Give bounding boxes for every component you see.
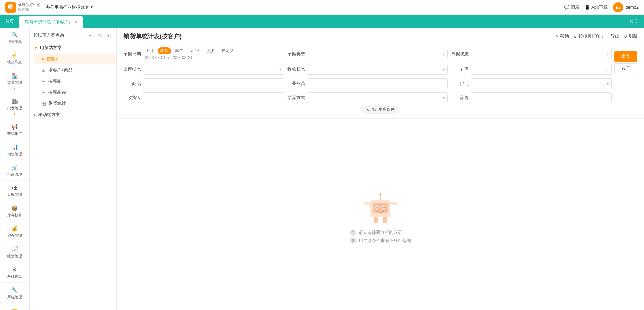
date-tab-this-month[interactable]: 本月 bbox=[158, 47, 171, 54]
date-tab-last-month[interactable]: 上月 bbox=[143, 47, 156, 54]
scheme-collapse-button[interactable]: ≪ bbox=[105, 32, 112, 39]
industry-select[interactable]: 办公用品行业模拟账套 ▾ bbox=[43, 3, 96, 12]
goods-dots[interactable]: ... bbox=[274, 81, 281, 87]
sidebar-quick-nav[interactable]: ⚡ 快捷导航 bbox=[0, 48, 29, 68]
collapse-button[interactable]: ∧ 收起更多条件 bbox=[361, 105, 400, 114]
out-status-label: 出库状态 bbox=[123, 66, 141, 72]
print-button[interactable]: 🖨 按模板打印 ▾ bbox=[573, 33, 603, 39]
sidebar-item-ecommerce[interactable]: 🛒 电商管理 bbox=[0, 160, 29, 181]
brand-select[interactable]: ... bbox=[471, 92, 612, 103]
message-button[interactable]: 💬 消息 bbox=[564, 4, 579, 10]
desktop-triangle-icon: ▼ bbox=[34, 45, 38, 50]
logo-text: 畅捷信好生意 bbox=[18, 2, 40, 7]
scheme-group-mobile-header[interactable]: ▶ 移动端方案 bbox=[30, 109, 116, 120]
tab-sales-stat[interactable]: 销货单统计表（按客户） × bbox=[19, 16, 83, 28]
sidebar-item-enterprise[interactable]: 🤝 企业协同 bbox=[0, 303, 29, 310]
empty-tip-2: 2 用过滤条件来缩小分析范围 bbox=[350, 238, 411, 244]
sidebar-item-wholesale[interactable]: 🏬 批发管理 ▴ bbox=[0, 94, 29, 119]
svg-rect-11 bbox=[383, 217, 387, 223]
consignee-dots[interactable]: ... bbox=[274, 95, 281, 101]
tab-close-icon[interactable]: × bbox=[75, 20, 77, 24]
date-tab-more[interactable]: 更多 bbox=[204, 47, 218, 54]
filter-consignee-cell: 收货人 ... bbox=[123, 92, 284, 103]
sidebar-search[interactable]: 🔍 搜索菜单 bbox=[0, 28, 29, 48]
top-bar: 畅 畅捷信好生意 标准版 办公用品行业模拟账套 ▾ 💬 消息 📱 App下载 E… bbox=[0, 0, 644, 15]
scheme-item-by-customer-goods[interactable]: ⊞ 按客户+商品 bbox=[34, 65, 115, 75]
date-tabs: 上月 本月 本年 近7天 更多 自定义 bbox=[143, 47, 284, 54]
brand-dots[interactable]: ... bbox=[602, 95, 609, 101]
content-area: 按以下方案查询 + ✎ ≪ ▼ 电脑端方案 bbox=[30, 28, 644, 310]
scheme-item-return-stats[interactable]: ▦ 退货统计 bbox=[34, 98, 115, 109]
marketing-label: 营销推广 bbox=[7, 131, 22, 136]
date-tab-this-year[interactable]: 本年 bbox=[172, 47, 186, 54]
scheme-item-by-goods[interactable]: ⊟ 按商品 bbox=[34, 76, 115, 87]
query-actions: 查询 设置 bbox=[612, 47, 637, 74]
scheme-edit-button[interactable]: ✎ bbox=[96, 32, 103, 39]
app-download-button[interactable]: 📱 App下载 bbox=[585, 4, 608, 10]
receive-status-select[interactable]: ▾ bbox=[307, 64, 448, 75]
enterprise-icon: 🤝 bbox=[11, 307, 18, 310]
consignee-select[interactable]: ... bbox=[143, 92, 284, 103]
empty-tips: 1 请先选择要分析的方案 2 用过滤条件来缩小分析范围 bbox=[350, 229, 411, 244]
warehouse-select[interactable]: ... bbox=[471, 64, 612, 75]
sidebar-item-sales[interactable]: 📊 销售管理 bbox=[0, 140, 29, 160]
window-maximize-icon[interactable]: ⛶ bbox=[636, 18, 641, 24]
scheme-header: 按以下方案查询 + ✎ ≪ bbox=[30, 28, 116, 42]
tip-num-2: 2 bbox=[350, 238, 356, 244]
help-button[interactable]: ? 帮助 bbox=[556, 33, 569, 39]
export-button[interactable]: ↑ 导出 bbox=[607, 33, 620, 39]
doc-type-select[interactable]: ▾ bbox=[307, 49, 448, 59]
sidebar-item-retail[interactable]: 🏪 零售管理 ▾ bbox=[0, 68, 29, 94]
scheme-item-label: 按商品 bbox=[48, 78, 61, 84]
settlement-label: 结算方式 bbox=[287, 95, 305, 101]
settlement-select[interactable]: ▾ bbox=[307, 92, 448, 103]
sidebar-item-inventory[interactable]: 📦 库存核算 bbox=[0, 201, 29, 221]
print-arrow-icon: ▾ bbox=[602, 35, 603, 38]
scheme-add-button[interactable]: + bbox=[86, 32, 94, 39]
sidebar-item-basics[interactable]: ⚙ 基础信息 bbox=[0, 262, 29, 283]
receive-status-label: 收款状态 bbox=[287, 66, 305, 72]
date-tab-last-7[interactable]: 近7天 bbox=[187, 47, 203, 54]
sidebar-item-marketing[interactable]: 📢 营销推广 bbox=[0, 119, 29, 140]
date-label: 单据日期 bbox=[123, 51, 141, 57]
by-customer-goods-icon: ⊞ bbox=[42, 67, 46, 73]
goods-select[interactable]: ... bbox=[143, 78, 284, 89]
doc-status-select[interactable]: ▾ bbox=[471, 49, 612, 59]
export-icon: ↑ bbox=[607, 34, 610, 39]
salesman-dots[interactable]: ... bbox=[438, 81, 445, 87]
tab-home[interactable]: 首页 bbox=[0, 15, 19, 28]
scheme-list-desktop: ● 按客户 ⊞ 按客户+商品 ⊟ 按商品 ⊟ 按商品99 bbox=[30, 54, 116, 109]
purchase-label: 采购管理 bbox=[7, 192, 22, 197]
sidebar-item-finance[interactable]: 💰 资金管理 bbox=[0, 221, 29, 242]
filter-goods-cell: 商品 ... bbox=[123, 78, 284, 89]
sidebar-search-label: 搜索菜单 bbox=[7, 39, 22, 44]
window-close-icon[interactable]: ✕ bbox=[629, 18, 633, 25]
warehouse-dots[interactable]: ... bbox=[602, 66, 609, 72]
salesman-select[interactable]: ... bbox=[307, 78, 448, 89]
scheme-item-by-goods99[interactable]: ⊟ 按商品99 bbox=[34, 87, 115, 98]
header-actions: ? 帮助 🖨 按模板打印 ▾ ↑ 导出 ↺ 刷新 bbox=[556, 33, 637, 39]
scheme-item-by-customer[interactable]: ● 按客户 bbox=[34, 54, 115, 64]
collapse-row: ∧ 收起更多条件 bbox=[123, 103, 637, 114]
user-area[interactable]: Ea demo2 bbox=[613, 2, 639, 12]
scheme-header-actions: + ✎ ≪ bbox=[86, 32, 112, 39]
scheme-group-desktop-header[interactable]: ▼ 电脑端方案 bbox=[30, 42, 116, 53]
by-goods-icon: ⊟ bbox=[42, 79, 46, 84]
department-select[interactable]: ▾ bbox=[471, 78, 612, 89]
tab-maximize-area: ✕ ⛶ bbox=[629, 18, 641, 25]
sidebar-item-system[interactable]: 🔧 系统管理 bbox=[0, 283, 29, 303]
query-button[interactable]: 查询 bbox=[614, 51, 637, 62]
sidebar-item-operations[interactable]: 📈 经营管理 bbox=[0, 242, 29, 262]
settings-button[interactable]: 设置 bbox=[614, 63, 637, 74]
sidebar-item-purchase[interactable]: 🛍 采购管理 bbox=[0, 181, 29, 201]
scheme-item-label: 按客户 bbox=[47, 56, 60, 62]
date-tab-custom[interactable]: 自定义 bbox=[219, 47, 236, 54]
logo-text-area: 畅捷信好生意 标准版 bbox=[18, 2, 40, 12]
main-panel: 销货单统计表(按客户) ? 帮助 🖨 按模板打印 ▾ ↑ 导出 bbox=[117, 28, 644, 310]
svg-point-7 bbox=[379, 193, 382, 196]
filter-area: 单据日期 上月 本月 本年 近7天 更多 自定义 bbox=[117, 43, 644, 119]
refresh-button[interactable]: ↺ 刷新 bbox=[624, 33, 637, 39]
out-status-select[interactable]: ▾ bbox=[143, 64, 284, 75]
mobile-group-label: 移动端方案 bbox=[38, 112, 60, 118]
basics-icon: ⚙ bbox=[12, 266, 17, 273]
